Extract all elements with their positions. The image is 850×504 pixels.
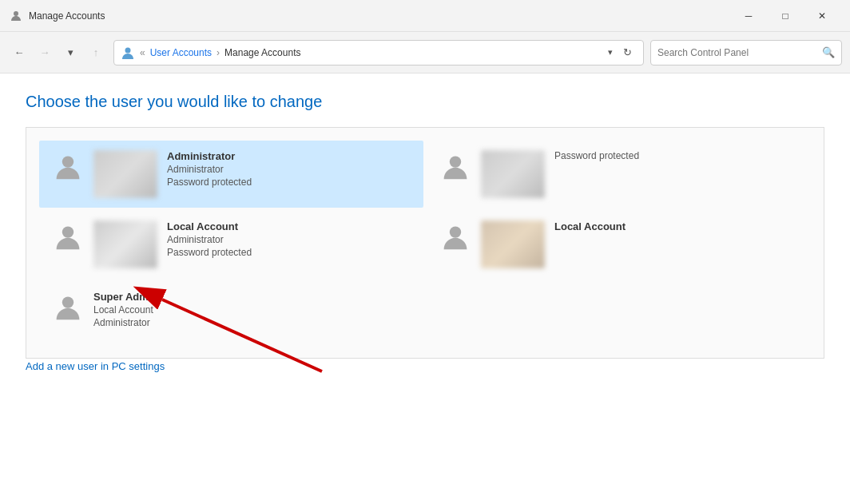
search-icon: 🔍 bbox=[822, 46, 835, 58]
back-button[interactable]: ← bbox=[8, 42, 30, 64]
search-input[interactable] bbox=[657, 47, 817, 58]
address-bar: « User Accounts › Manage Accounts ▾ ↻ bbox=[113, 40, 644, 65]
local1-profile-image bbox=[93, 220, 157, 268]
window-title: Manage Accounts bbox=[29, 10, 105, 22]
breadcrumb-manage-accounts: Manage Accounts bbox=[224, 47, 603, 58]
nav-bar: ← → ▾ ↑ « User Accounts › Manage Account… bbox=[0, 32, 850, 73]
local2-name: Local Account bbox=[554, 220, 626, 232]
svg-point-3 bbox=[450, 156, 461, 167]
local1-info: Local Account Administrator Password pro… bbox=[167, 220, 252, 258]
local1-name: Local Account bbox=[167, 220, 252, 232]
add-user-link[interactable]: Add a new user in PC settings bbox=[26, 360, 165, 372]
content-area: Choose the user you would like to change… bbox=[0, 73, 850, 504]
address-chevron[interactable]: ▾ bbox=[608, 47, 613, 58]
account-avatar-superadmin bbox=[52, 291, 84, 323]
admin-desc1: Administrator bbox=[167, 164, 252, 175]
svg-point-1 bbox=[125, 47, 131, 53]
local1-desc2: Password protected bbox=[167, 247, 252, 258]
maximize-button[interactable]: □ bbox=[767, 3, 804, 29]
account-avatar-local2 bbox=[439, 220, 471, 252]
account-avatar-user2 bbox=[439, 150, 471, 182]
local2-profile-image bbox=[481, 220, 545, 268]
user2-info: Password protected bbox=[554, 150, 639, 161]
account-card-local1[interactable]: Local Account Administrator Password pro… bbox=[39, 211, 423, 278]
accounts-panel: Administrator Administrator Password pro… bbox=[26, 127, 824, 359]
user2-profile-image bbox=[481, 150, 545, 198]
account-card-superadmin[interactable]: Super Admin Local Account Administrator bbox=[39, 281, 425, 345]
forward-button[interactable]: → bbox=[34, 42, 56, 64]
svg-point-4 bbox=[62, 226, 73, 237]
search-box[interactable]: 🔍 bbox=[650, 40, 842, 65]
minimize-button[interactable]: ─ bbox=[730, 3, 767, 29]
breadcrumb-icon bbox=[121, 46, 135, 60]
accounts-grid: Administrator Administrator Password pro… bbox=[39, 141, 811, 345]
close-button[interactable]: ✕ bbox=[804, 3, 840, 29]
superadmin-info: Super Admin Local Account Administrator bbox=[93, 291, 157, 328]
superadmin-name: Super Admin bbox=[93, 291, 157, 303]
admin-info: Administrator Administrator Password pro… bbox=[167, 150, 252, 188]
refresh-button[interactable]: ↻ bbox=[618, 43, 637, 62]
up-button[interactable]: ↑ bbox=[85, 42, 107, 64]
local2-info: Local Account bbox=[554, 220, 626, 232]
title-bar: Manage Accounts ─ □ ✕ bbox=[0, 0, 850, 32]
account-card-admin[interactable]: Administrator Administrator Password pro… bbox=[39, 141, 423, 208]
breadcrumb-user-accounts[interactable]: User Accounts bbox=[150, 47, 212, 58]
svg-point-5 bbox=[450, 226, 461, 237]
svg-point-0 bbox=[14, 11, 18, 16]
app-icon bbox=[10, 10, 22, 22]
account-card-user2[interactable]: Password protected bbox=[427, 141, 811, 208]
admin-desc2: Password protected bbox=[167, 177, 252, 188]
account-avatar-admin bbox=[52, 150, 84, 182]
account-card-local2[interactable]: Local Account bbox=[427, 211, 811, 278]
superadmin-desc1: Local Account bbox=[93, 304, 157, 315]
svg-point-6 bbox=[62, 296, 73, 308]
admin-name: Administrator bbox=[167, 150, 252, 162]
breadcrumb-sep1: « bbox=[140, 47, 145, 58]
user2-desc1: Password protected bbox=[554, 150, 639, 161]
title-bar-left: Manage Accounts bbox=[10, 10, 105, 22]
local1-desc1: Administrator bbox=[167, 234, 252, 245]
title-bar-controls: ─ □ ✕ bbox=[730, 3, 840, 29]
admin-profile-image bbox=[93, 150, 157, 198]
superadmin-desc2: Administrator bbox=[93, 317, 157, 328]
breadcrumb-arrow: › bbox=[216, 47, 220, 58]
page-title: Choose the user you would like to change bbox=[26, 93, 824, 111]
svg-point-2 bbox=[62, 156, 73, 167]
dropdown-button[interactable]: ▾ bbox=[59, 42, 81, 64]
account-avatar-local1 bbox=[52, 220, 84, 252]
